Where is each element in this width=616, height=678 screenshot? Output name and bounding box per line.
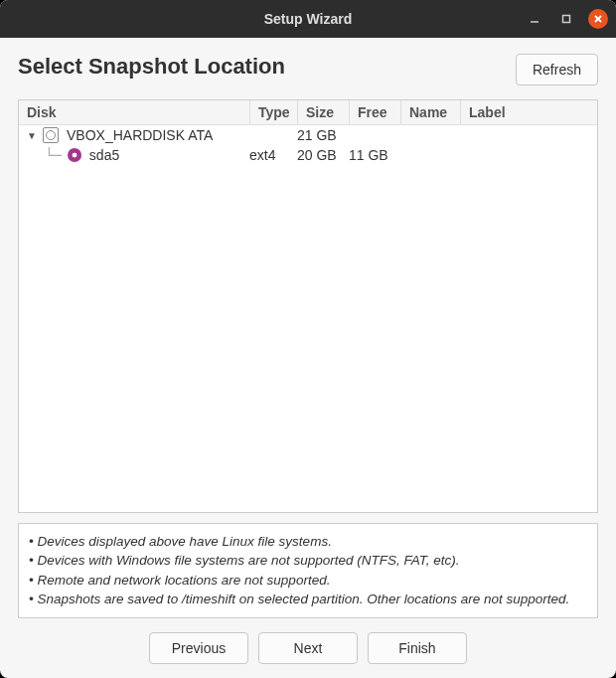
maximize-button[interactable] [556,9,576,29]
wizard-buttons: Previous Next Finish [18,632,598,664]
col-label[interactable]: Label [460,100,597,124]
header-row: Select Snapshot Location Refresh [18,54,598,85]
disk-cell: └─sda5 [19,147,249,163]
col-size[interactable]: Size [297,100,349,124]
note-line: • Devices displayed above have Linux fil… [29,532,587,552]
content-area: Select Snapshot Location Refresh Disk Ty… [0,38,616,678]
close-button[interactable] [588,9,608,29]
disk-label: VBOX_HARDDISK ATA [67,127,213,143]
col-name[interactable]: Name [400,100,460,124]
note-line: • Devices with Windows file systems are … [29,551,587,571]
finish-button[interactable]: Finish [368,632,467,664]
free-cell: 11 GB [349,147,400,163]
refresh-button[interactable]: Refresh [516,54,598,85]
tree-body[interactable]: ▼VBOX_HARDDISK ATA21 GB└─sda5ext420 GB11… [19,125,597,512]
note-line: • Snapshots are saved to /timeshift on s… [29,590,587,609]
size-cell: 20 GB [297,147,349,163]
col-type[interactable]: Type [249,100,297,124]
disk-row[interactable]: ▼VBOX_HARDDISK ATA21 GB [19,125,597,145]
partition-row[interactable]: └─sda5ext420 GB11 GB [19,145,597,165]
col-free[interactable]: Free [349,100,400,124]
tree-branch-icon: └─ [45,147,62,163]
window-controls [525,9,608,29]
harddisk-icon [43,127,59,143]
tree-header[interactable]: Disk Type Size Free Name Label [19,100,597,125]
disk-cell: ▼VBOX_HARDDISK ATA [19,127,249,143]
partition-icon [68,148,81,162]
expander-icon[interactable]: ▼ [27,130,39,141]
setup-wizard-window: Setup Wizard Select Snapshot Location Re… [0,0,616,678]
page-title: Select Snapshot Location [18,54,285,80]
window-title: Setup Wizard [264,11,353,27]
note-line: • Remote and network locations are not s… [29,571,587,591]
col-disk[interactable]: Disk [19,100,249,124]
notes-panel: • Devices displayed above have Linux fil… [18,523,598,618]
disk-tree: Disk Type Size Free Name Label ▼VBOX_HAR… [18,99,598,513]
minimize-button[interactable] [525,9,544,29]
disk-label: sda5 [89,147,119,163]
previous-button[interactable]: Previous [149,632,248,664]
titlebar[interactable]: Setup Wizard [0,0,616,38]
next-button[interactable]: Next [258,632,358,664]
svg-rect-1 [563,16,570,23]
type-cell: ext4 [249,147,297,163]
size-cell: 21 GB [297,127,349,143]
